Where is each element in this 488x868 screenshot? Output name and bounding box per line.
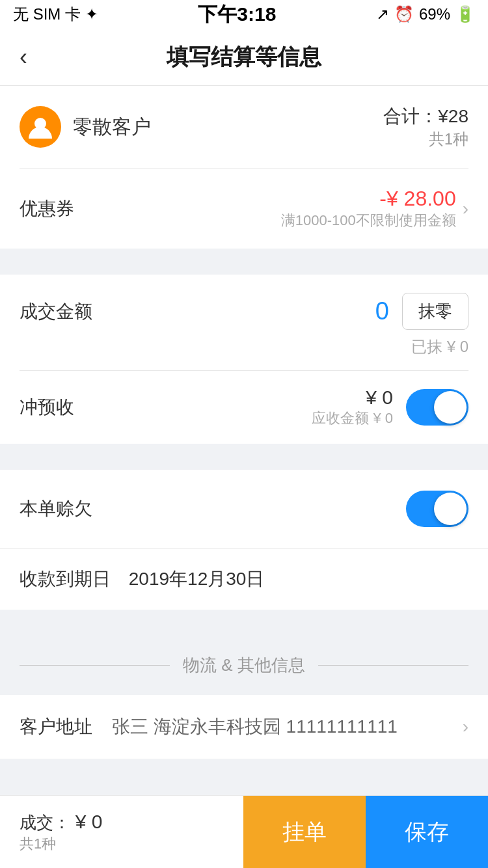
nav-bar: ‹ 填写结算等信息 bbox=[0, 29, 488, 86]
prepay-amount: ¥ 0 bbox=[312, 387, 393, 409]
prepay-amount-block: ¥ 0 应收金额 ¥ 0 bbox=[312, 387, 393, 428]
bottom-info: 成交： ¥ 0 共1种 bbox=[0, 811, 243, 854]
prepay-toggle[interactable] bbox=[406, 389, 468, 426]
address-row[interactable]: 客户地址 张三 海淀永丰科技园 11111111111 › bbox=[0, 695, 488, 759]
content-area: 零散客户 合计：¥28 共1种 优惠券 -¥ 28.00 满1000-100不限… bbox=[0, 86, 488, 868]
customer-section: 零散客户 合计：¥28 共1种 优惠券 -¥ 28.00 满1000-100不限… bbox=[0, 86, 488, 249]
transaction-label: 成交金额 bbox=[20, 299, 92, 324]
round-button[interactable]: 抹零 bbox=[402, 293, 468, 330]
address-value: 张三 海淀永丰科技园 11111111111 bbox=[112, 714, 463, 739]
sim-text: 无 SIM 卡 ✦ bbox=[13, 4, 98, 25]
logistics-label: 物流 & 其他信息 bbox=[183, 654, 305, 677]
total-count: 共1种 bbox=[383, 129, 468, 150]
total-amount: 合计：¥28 bbox=[383, 104, 468, 129]
section-gap-1 bbox=[0, 262, 488, 275]
customer-name: 零散客户 bbox=[73, 114, 151, 141]
location-icon: ↗ bbox=[376, 5, 389, 23]
debt-toggle[interactable] bbox=[406, 491, 468, 527]
due-date-row: 收款到期日 2019年12月30日 bbox=[0, 548, 488, 610]
prepay-receivable: 应收金额 ¥ 0 bbox=[312, 409, 393, 428]
debt-section: 本单赊欠 收款到期日 2019年12月30日 bbox=[0, 470, 488, 610]
transaction-value: 0 bbox=[375, 297, 389, 325]
section-gap-3 bbox=[0, 623, 488, 636]
chevron-right-icon: › bbox=[463, 198, 468, 219]
coupon-desc: 满1000-100不限制使用金额 bbox=[281, 211, 456, 230]
page-title: 填写结算等信息 bbox=[167, 42, 321, 72]
transaction-section: 成交金额 0 抹零 已抹 ¥ 0 冲预收 ¥ 0 应收金额 ¥ 0 bbox=[0, 275, 488, 444]
bottom-bar: 成交： ¥ 0 共1种 挂单 保存 bbox=[0, 795, 488, 868]
logistics-section: 物流 & 其他信息 bbox=[0, 636, 488, 695]
coupon-label: 优惠券 bbox=[20, 197, 74, 221]
coupon-row[interactable]: 优惠券 -¥ 28.00 满1000-100不限制使用金额 › bbox=[0, 169, 488, 249]
hang-button[interactable]: 挂单 bbox=[243, 796, 366, 869]
save-button[interactable]: 保存 bbox=[366, 796, 488, 869]
amount-right: 0 抹零 bbox=[375, 293, 468, 330]
toggle-knob bbox=[434, 391, 467, 424]
address-chevron-icon: › bbox=[463, 716, 468, 737]
prepay-row: 冲预收 ¥ 0 应收金额 ¥ 0 bbox=[0, 371, 488, 444]
logistics-divider: 物流 & 其他信息 bbox=[20, 654, 468, 677]
logistics-line-right bbox=[318, 665, 468, 666]
battery-text: 69% bbox=[419, 5, 450, 23]
logistics-line-left bbox=[20, 665, 170, 666]
due-date-label: 收款到期日 bbox=[20, 569, 111, 589]
customer-total: 合计：¥28 共1种 bbox=[383, 104, 468, 150]
coupon-value-block: -¥ 28.00 满1000-100不限制使用金额 bbox=[281, 187, 456, 230]
coupon-amount: -¥ 28.00 bbox=[281, 187, 456, 211]
status-left: 无 SIM 卡 ✦ bbox=[13, 4, 98, 25]
bottom-deal-label: 成交： bbox=[20, 813, 70, 832]
prepay-label: 冲预收 bbox=[20, 395, 74, 420]
amount-row: 成交金额 0 抹零 bbox=[0, 275, 488, 336]
debt-row: 本单赊欠 bbox=[0, 470, 488, 548]
alarm-icon: ⏰ bbox=[394, 5, 414, 23]
status-time: 下午3:18 bbox=[198, 1, 276, 28]
already-rounded: 已抹 ¥ 0 bbox=[0, 336, 488, 370]
debt-toggle-knob bbox=[434, 493, 467, 525]
bottom-count: 共1种 bbox=[20, 834, 224, 854]
bottom-deal-value: ¥ 0 bbox=[75, 811, 103, 832]
back-button[interactable]: ‹ bbox=[20, 44, 27, 71]
address-label: 客户地址 bbox=[20, 714, 92, 739]
status-right: ↗ ⏰ 69% 🔋 bbox=[376, 5, 475, 23]
bottom-deal-row: 成交： ¥ 0 bbox=[20, 811, 224, 834]
due-date-value: 2019年12月30日 bbox=[129, 569, 265, 589]
prepay-right: ¥ 0 应收金额 ¥ 0 bbox=[312, 387, 468, 428]
status-bar: 无 SIM 卡 ✦ 下午3:18 ↗ ⏰ 69% 🔋 bbox=[0, 0, 488, 29]
battery-icon: 🔋 bbox=[455, 5, 475, 23]
customer-row: 零散客户 合计：¥28 共1种 bbox=[0, 86, 488, 168]
customer-left: 零散客户 bbox=[20, 106, 151, 148]
address-section: 客户地址 张三 海淀永丰科技园 11111111111 › bbox=[0, 695, 488, 759]
debt-label: 本单赊欠 bbox=[20, 496, 92, 521]
coupon-right: -¥ 28.00 满1000-100不限制使用金额 › bbox=[281, 187, 468, 230]
avatar bbox=[20, 106, 61, 148]
section-gap-2 bbox=[0, 457, 488, 470]
